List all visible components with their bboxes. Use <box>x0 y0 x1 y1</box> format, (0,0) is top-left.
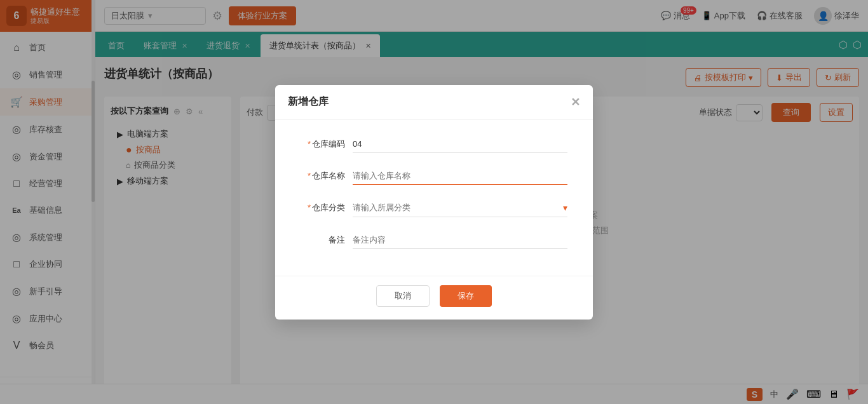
modal-overlay[interactable]: 新增仓库 ✕ 仓库编码 仓库名称 仓库分类 ▾ <box>0 0 868 404</box>
form-row-category: 仓库分类 ▾ <box>301 199 567 217</box>
modal-body: 仓库编码 仓库名称 仓库分类 ▾ 备注 <box>275 120 593 276</box>
category-label: 仓库分类 <box>301 202 345 213</box>
name-label: 仓库名称 <box>301 170 345 182</box>
note-label: 备注 <box>301 234 345 246</box>
form-row-name: 仓库名称 <box>301 167 567 185</box>
modal-footer: 取消 保存 <box>275 276 593 320</box>
modal-header: 新增仓库 ✕ <box>275 85 593 120</box>
category-select-wrapper[interactable]: ▾ <box>353 199 567 217</box>
category-dropdown-icon: ▾ <box>563 203 567 213</box>
add-warehouse-modal: 新增仓库 ✕ 仓库编码 仓库名称 仓库分类 ▾ <box>275 85 593 320</box>
cancel-button[interactable]: 取消 <box>376 285 430 307</box>
note-input[interactable] <box>353 231 567 249</box>
modal-close-button[interactable]: ✕ <box>571 95 580 109</box>
category-input[interactable] <box>353 203 563 212</box>
code-label: 仓库编码 <box>301 138 345 150</box>
form-row-code: 仓库编码 <box>301 135 567 153</box>
name-input[interactable] <box>353 167 567 185</box>
form-row-note: 备注 <box>301 231 567 249</box>
modal-title: 新增仓库 <box>288 95 329 109</box>
save-button[interactable]: 保存 <box>440 285 492 307</box>
code-input[interactable] <box>353 135 567 153</box>
